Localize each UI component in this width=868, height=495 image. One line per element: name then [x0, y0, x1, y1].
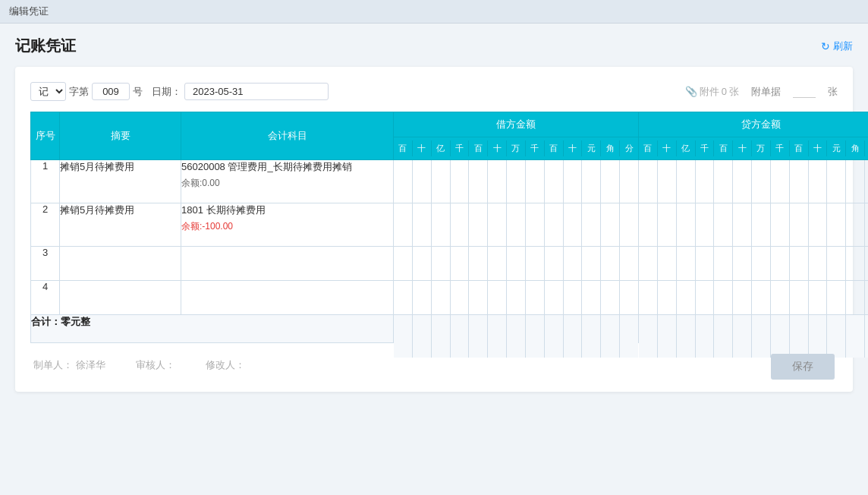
- debit-d3[interactable]: [432, 160, 451, 203]
- summary-cell[interactable]: 摊销5月待摊费用: [60, 160, 181, 203]
- credit-digit-fen: 分: [865, 140, 868, 156]
- seq-cell: 1: [31, 160, 60, 203]
- debit-digit-fen: 分: [620, 140, 638, 156]
- credit-d8[interactable]: [771, 160, 790, 203]
- credit-cell[interactable]: [639, 247, 869, 281]
- credit-d3[interactable]: [677, 160, 696, 203]
- credit-d7[interactable]: [752, 160, 771, 203]
- debit-digit-bai2: 百: [469, 140, 488, 156]
- reviewer-label-text: 审核人：: [136, 359, 175, 370]
- zi-label: 字第: [69, 85, 89, 99]
- debit-d4[interactable]: [451, 160, 470, 203]
- summary-cell[interactable]: 摊销5月待摊费用: [60, 203, 181, 247]
- credit-cell[interactable]: [639, 160, 869, 203]
- voucher-card: 记 收 付 转 字第 号 日期： 📎 附: [15, 67, 853, 392]
- table-row: 4: [31, 281, 869, 315]
- page-title: 记账凭证: [15, 36, 76, 56]
- account-cell[interactable]: 56020008 管理费用_长期待摊费用摊销 余额:0.00: [181, 160, 394, 203]
- refresh-button[interactable]: ↻ 刷新: [821, 39, 853, 53]
- credit-digit-shi: 十: [658, 140, 677, 156]
- account-cell[interactable]: 1801 长期待摊费用 余额:-100.00: [181, 203, 394, 247]
- reviewer-label: 审核人：: [136, 358, 175, 372]
- modifier-label-text: 修改人：: [206, 359, 245, 370]
- debit-d8[interactable]: [526, 160, 545, 203]
- debit-d1[interactable]: [394, 160, 413, 203]
- credit-digit-shi2: 十: [733, 140, 752, 156]
- creator-label-text: 制单人：: [33, 359, 73, 370]
- account-cell[interactable]: [181, 281, 394, 315]
- total-label: 合计：零元整: [31, 315, 394, 343]
- debit-cell[interactable]: [394, 247, 639, 281]
- debit-digit-yi: 亿: [432, 140, 451, 156]
- credit-d10[interactable]: [809, 160, 828, 203]
- debit-d5[interactable]: [469, 160, 488, 203]
- credit-cell[interactable]: [639, 203, 869, 247]
- total-debit-cell: [394, 315, 639, 343]
- summary-row: 合计：零元整: [31, 315, 869, 343]
- credit-digit-shi3: 十: [809, 140, 828, 156]
- credit-cell[interactable]: [639, 281, 869, 315]
- voucher-type-group: 记 收 付 转 字第 号: [30, 82, 143, 101]
- balance-text: 余额:0.00: [181, 177, 393, 190]
- seq-cell: 2: [31, 203, 60, 247]
- credit-d5[interactable]: [714, 160, 733, 203]
- credit-digit-bai2: 百: [714, 140, 733, 156]
- debit-digit-shi2: 十: [488, 140, 507, 156]
- header-summary: 摘要: [60, 112, 181, 160]
- debit-d6[interactable]: [488, 160, 507, 203]
- debit-d13[interactable]: [620, 160, 638, 203]
- seq-cell: 3: [31, 247, 60, 281]
- voucher-date-group: 日期：: [152, 83, 329, 100]
- debit-digit-jiao: 角: [601, 140, 620, 156]
- debit-cell[interactable]: [394, 203, 639, 247]
- debit-d12[interactable]: [601, 160, 620, 203]
- credit-d2[interactable]: [658, 160, 677, 203]
- sheets-input[interactable]: [793, 86, 816, 98]
- credit-d13[interactable]: [865, 160, 868, 203]
- refresh-label: 刷新: [833, 39, 853, 53]
- creator-value: 徐泽华: [76, 359, 105, 370]
- debit-digit-yuan: 元: [582, 140, 601, 156]
- credit-d6[interactable]: [733, 160, 752, 203]
- credit-d12[interactable]: [846, 160, 865, 203]
- credit-d1[interactable]: [639, 160, 658, 203]
- attach-area: 📎 附件 0 张 附单据 张: [685, 85, 838, 99]
- debit-d7[interactable]: [507, 160, 526, 203]
- credit-digits-header: 百 十 亿 千 百 十 万 千 百 十 元 角: [639, 137, 869, 160]
- credit-digit-bai: 百: [639, 140, 658, 156]
- credit-d4[interactable]: [696, 160, 715, 203]
- summary-cell[interactable]: [60, 281, 181, 315]
- header-credit: 贷方金额: [639, 112, 869, 137]
- debit-d10[interactable]: [564, 160, 583, 203]
- debit-digit-shi3: 十: [564, 140, 583, 156]
- credit-digit-jiao: 角: [846, 140, 865, 156]
- attach-unit: 张: [729, 85, 739, 99]
- credit-d11[interactable]: [827, 160, 846, 203]
- credit-digit-qian: 千: [696, 140, 715, 156]
- header-seq: 序号: [31, 112, 60, 160]
- summary-cell[interactable]: [60, 247, 181, 281]
- total-credit-cell: [639, 315, 869, 343]
- credit-digit-yi: 亿: [677, 140, 696, 156]
- debit-digit-qian: 千: [451, 140, 470, 156]
- content-area: 记账凭证 ↻ 刷新 记 收 付 转 字第 号: [0, 24, 868, 495]
- debit-d9[interactable]: [545, 160, 564, 203]
- attach-label: 附件: [700, 85, 719, 99]
- debit-cell[interactable]: [394, 160, 639, 203]
- debit-d2[interactable]: [413, 160, 432, 203]
- seq-cell: 4: [31, 281, 60, 315]
- refresh-icon: ↻: [821, 40, 830, 52]
- save-button[interactable]: 保存: [771, 354, 835, 380]
- attach-link[interactable]: 📎 附件 0 张: [685, 85, 739, 99]
- voucher-date-input[interactable]: [184, 83, 329, 100]
- credit-d9[interactable]: [790, 160, 809, 203]
- number-unit: 号: [133, 85, 143, 99]
- paperclip-icon: 📎: [685, 86, 697, 97]
- header-debit: 借方金额: [394, 112, 639, 137]
- account-cell[interactable]: [181, 247, 394, 281]
- debit-cell[interactable]: [394, 281, 639, 315]
- voucher-number-input[interactable]: [92, 83, 130, 100]
- debit-d11[interactable]: [582, 160, 601, 203]
- debit-digits-header: 百 十 亿 千 百 十 万 千 百 十 元 角: [394, 137, 639, 160]
- voucher-type-select[interactable]: 记 收 付 转: [30, 82, 66, 101]
